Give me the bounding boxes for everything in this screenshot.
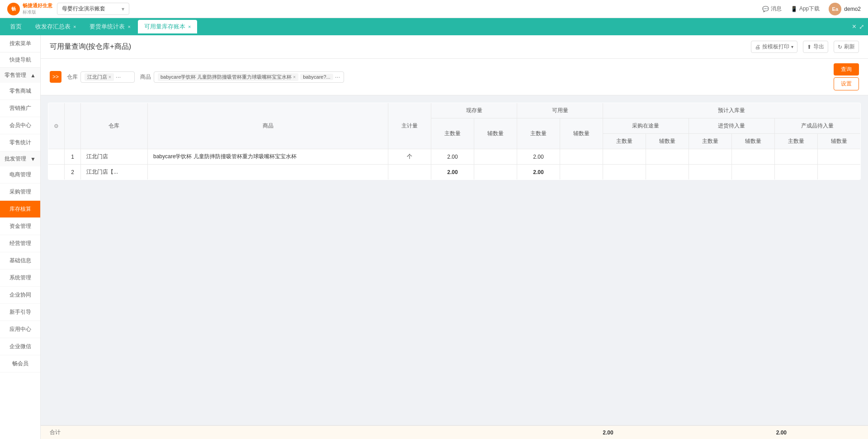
sidebar-item-finance[interactable]: 资金管理 — [0, 218, 40, 235]
app-download-action[interactable]: 📱 App下载 — [791, 5, 820, 13]
sidebar-item-vip-member[interactable]: 畅会员 — [0, 355, 40, 373]
tab-close-available[interactable]: × — [188, 24, 191, 29]
row2-current-main: 2.00 — [431, 165, 474, 180]
tab-home[interactable]: 首页 — [4, 20, 28, 33]
sidebar-item-retail-mall[interactable]: 零售商城 — [0, 83, 40, 100]
avatar: Ea — [829, 3, 841, 15]
user-area[interactable]: Ea demo2 — [829, 3, 861, 15]
sidebar-item-enterprise-wechat[interactable]: 企业微信 — [0, 338, 40, 355]
row2-inbound-pending-aux — [731, 165, 774, 180]
sidebar-item-operations[interactable]: 经营管理 — [0, 235, 40, 252]
nav-tabs-actions: × ⤢ — [852, 23, 864, 31]
row2-warehouse: 江北门店【... — [81, 165, 148, 180]
sidebar-item-system[interactable]: 系统管理 — [0, 269, 40, 287]
refresh-icon: ↻ — [838, 44, 842, 50]
row1-main-unit: 个 — [388, 149, 431, 165]
print-template-btn[interactable]: 🖨 按模板打印 ▾ — [751, 41, 797, 53]
footer-label: 合计 — [50, 429, 61, 436]
row1-current-aux — [474, 149, 517, 165]
page-header: 可用量查询(按仓库+商品) 🖨 按模板打印 ▾ ⬆ 导出 ↻ 刷新 — [41, 35, 868, 59]
settings-button[interactable]: 设置 — [834, 77, 859, 90]
message-action[interactable]: 💬 消息 — [762, 5, 782, 13]
expand-tabs-btn[interactable]: ⤢ — [859, 23, 864, 30]
product-more-btn[interactable]: ··· — [335, 73, 340, 80]
sidebar-item-basic-info[interactable]: 基础信息 — [0, 252, 40, 269]
top-bar-left: 畅 畅捷通好生意 标准版 母婴行业演示账套 ▾ — [7, 2, 129, 15]
warehouse-tag-close[interactable]: × — [108, 75, 111, 80]
message-icon: 💬 — [762, 6, 769, 12]
top-bar: 畅 畅捷通好生意 标准版 母婴行业演示账套 ▾ 💬 消息 📱 App下载 Ea … — [0, 0, 868, 18]
warehouse-input[interactable]: 江北门店 × ··· — [80, 71, 135, 83]
product-tag-2: babycare?... — [300, 74, 333, 80]
sidebar-item-batch-mgmt[interactable]: 批发管理 ▼ — [0, 151, 40, 166]
product-tag-1: babycare学饮杯 儿童防摔防撞吸管杯重力球吸嘴杯宝宝水杯 × — [158, 73, 298, 81]
sidebar-item-new-guide[interactable]: 新手引导 — [0, 304, 40, 321]
tab-close-order[interactable]: × — [127, 24, 130, 29]
tab-available-ledger[interactable]: 可用量库存账本 × — [138, 20, 197, 33]
footer-current-main: 2.00 — [603, 430, 613, 436]
product-tag-1-close[interactable]: × — [293, 75, 296, 80]
print-chevron-icon: ▾ — [791, 44, 793, 49]
row1-current-main: 2.00 — [431, 149, 474, 165]
print-icon: 🖨 — [755, 44, 760, 50]
row2-avail-main: 2.00 — [517, 165, 560, 180]
top-bar-right: 💬 消息 📱 App下载 Ea demo2 — [762, 3, 861, 15]
refresh-btn[interactable]: ↻ 刷新 — [834, 41, 859, 53]
col-header-purchase-transit: 采购在途量 — [603, 118, 689, 134]
sidebar-search[interactable]: 搜索菜单 — [0, 35, 40, 52]
sidebar-item-ecommerce[interactable]: 电商管理 — [0, 166, 40, 184]
logo-text: 畅捷通好生意 标准版 — [23, 2, 52, 15]
export-btn[interactable]: ⬆ 导出 — [803, 41, 828, 53]
col-header-production-pending: 产成品待入量 — [774, 118, 860, 134]
table-settings-icon[interactable]: ⚙ — [54, 123, 59, 129]
col-header-production-pending-main: 主数量 — [774, 134, 817, 149]
quick-nav-label[interactable]: 快捷导航 — [0, 52, 40, 68]
nav-tabs: 首页 收发存汇总表 × 要货单统计表 × 可用量库存账本 × × ⤢ — [0, 18, 868, 35]
export-icon: ⬆ — [807, 44, 811, 50]
col-header-inbound-pending-main: 主数量 — [689, 134, 731, 149]
table-area: ⚙ 仓库 商品 主计量 现存量 可用量 预计入库量 主数量 辅数量 主数量 — [41, 95, 868, 425]
sidebar-item-purchase[interactable]: 采购管理 — [0, 184, 40, 201]
logo-area: 畅 畅捷通好生意 标准版 — [7, 2, 52, 15]
tab-order-stats[interactable]: 要货单统计表 × — [83, 20, 137, 33]
row1-warehouse: 江北门店 — [81, 149, 148, 165]
sidebar-item-inventory[interactable]: 库存核算 — [0, 201, 40, 218]
product-input[interactable]: babycare学饮杯 儿童防摔防撞吸管杯重力球吸嘴杯宝宝水杯 × babyca… — [154, 71, 344, 83]
expand-filter-btn[interactable]: >> — [50, 71, 61, 83]
main-layout: 搜索菜单 快捷导航 零售管理 ▲ 零售商城 营销推广 会员中心 零售统计 批发管… — [0, 35, 868, 439]
product-label: 商品 — [140, 73, 151, 81]
row2-product — [147, 165, 388, 180]
sidebar-item-app-center[interactable]: 应用中心 — [0, 321, 40, 338]
warehouse-label: 仓库 — [67, 73, 78, 81]
col-header-purchase-transit-main: 主数量 — [603, 134, 646, 149]
tab-close-receipt[interactable]: × — [73, 24, 76, 29]
industry-selector[interactable]: 母婴行业演示账套 ▾ — [57, 3, 129, 15]
search-menu-label[interactable]: 搜索菜单 — [4, 40, 37, 47]
col-header-settings: ⚙ — [48, 103, 65, 149]
col-header-avail-main: 主数量 — [517, 118, 560, 149]
data-table: ⚙ 仓库 商品 主计量 现存量 可用量 预计入库量 主数量 辅数量 主数量 — [48, 103, 861, 180]
col-header-current-stock: 现存量 — [431, 103, 517, 118]
chevron-down-icon: ▼ — [30, 156, 36, 162]
close-all-tabs-btn[interactable]: × — [852, 23, 856, 31]
sidebar-item-marketing[interactable]: 营销推广 — [0, 100, 40, 117]
sidebar-item-member-center[interactable]: 会员中心 — [0, 117, 40, 134]
row2-no: 2 — [65, 165, 81, 180]
query-button[interactable]: 查询 — [834, 63, 859, 76]
sidebar: 搜索菜单 快捷导航 零售管理 ▲ 零售商城 营销推广 会员中心 零售统计 批发管… — [0, 35, 41, 439]
row1-no: 1 — [65, 149, 81, 165]
sidebar-item-enterprise-collab[interactable]: 企业协同 — [0, 287, 40, 304]
warehouse-more-btn[interactable]: ··· — [116, 73, 121, 80]
row1-production-pending-main — [774, 149, 817, 165]
filter-actions: 查询 设置 — [834, 63, 859, 90]
page-title: 可用量查询(按仓库+商品) — [50, 42, 131, 57]
sidebar-item-retail-mgmt[interactable]: 零售管理 ▲ — [0, 68, 40, 83]
filter-bar: >> 仓库 江北门店 × ··· 商品 babycare学饮杯 儿童防摔防撞吸管… — [41, 59, 868, 95]
col-header-product: 商品 — [147, 103, 388, 149]
sidebar-item-retail-stats[interactable]: 零售统计 — [0, 134, 40, 151]
row2-main-unit — [388, 165, 431, 180]
row1-avail-aux — [560, 149, 603, 165]
col-header-current-main: 主数量 — [431, 118, 474, 149]
col-header-inbound-pending: 进货待入量 — [689, 118, 774, 134]
tab-receipt-summary[interactable]: 收发存汇总表 × — [29, 20, 82, 33]
